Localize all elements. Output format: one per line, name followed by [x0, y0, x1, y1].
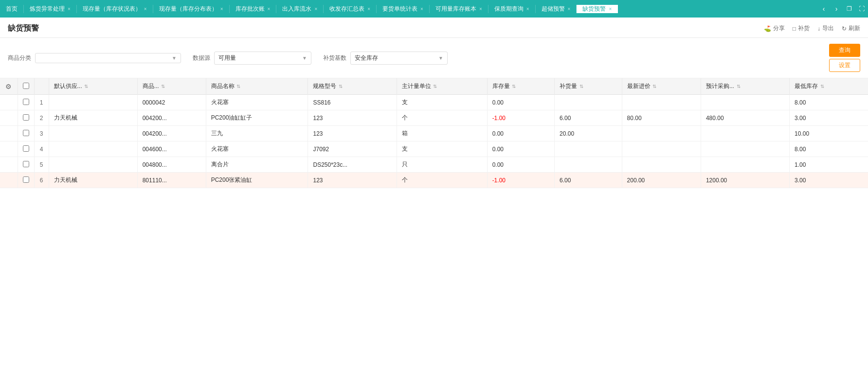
tab-close-inout[interactable]: ×	[314, 6, 317, 12]
share-btn[interactable]: ⛳ 分享	[764, 24, 785, 33]
select-all-checkbox[interactable]	[23, 83, 29, 89]
tab-shortage[interactable]: 缺货预警×	[577, 5, 618, 13]
export-icon: ↓	[817, 25, 820, 32]
stock_qty-0: 0.00	[487, 95, 554, 110]
product_name-0: 火花塞	[206, 95, 308, 110]
col-header-default_supplier[interactable]: 默认供应... ⇅	[49, 78, 137, 95]
tab-abnormal[interactable]: 炼货异常处理×	[24, 5, 77, 13]
est_purchase-5: 1200.00	[701, 173, 789, 188]
filter-category-group: 商品分类 ▼	[8, 53, 181, 63]
query-button[interactable]: 查询	[829, 44, 860, 57]
tab-inout[interactable]: 出入库流水×	[276, 5, 324, 13]
tab-close-stock-dist[interactable]: ×	[220, 6, 223, 12]
tab-close-requisition[interactable]: ×	[420, 6, 423, 12]
tab-expiry[interactable]: 保质期查询×	[488, 5, 536, 13]
row-checkbox-3[interactable]	[23, 145, 29, 152]
row-checkbox-1[interactable]	[23, 114, 29, 121]
tab-overstock[interactable]: 超储预警×	[536, 5, 577, 13]
tab-close-abnormal[interactable]: ×	[68, 6, 71, 12]
tab-label-receipt: 收发存汇总表	[329, 5, 364, 13]
col-header-stock_qty[interactable]: 库存量 ⇅	[487, 78, 554, 95]
stock_qty-3: 0.00	[487, 141, 554, 157]
sort-icon-spec: ⇅	[337, 84, 343, 89]
spec-5: 123	[308, 173, 397, 188]
min_stock-4: 1.00	[790, 157, 868, 173]
refresh-btn[interactable]: ↻ 刷新	[842, 24, 860, 33]
col-header-product_code[interactable]: 商品... ⇅	[137, 78, 206, 95]
tab-label-stock-status: 现存量（库存状况表）	[83, 5, 141, 13]
page-title: 缺货预警	[8, 23, 39, 34]
gear-icon[interactable]: ⚙	[5, 83, 12, 90]
tab-close-stock-status[interactable]: ×	[144, 6, 147, 12]
tab-close-receipt[interactable]: ×	[367, 6, 370, 12]
tab-requisition[interactable]: 要货单统计表×	[377, 5, 430, 13]
latest_price-2	[622, 126, 701, 141]
data-table: ⚙默认供应... ⇅商品... ⇅商品名称 ⇅规格型号 ⇅主计量单位 ⇅库存量 …	[0, 78, 868, 188]
restock_qty-5: 6.00	[555, 173, 622, 188]
sort-icon-min_stock: ⇅	[819, 84, 824, 89]
table-row: 5004800...离合片DS250*23c...只0.001.00	[0, 157, 868, 173]
default_supplier-1: 力天机械	[49, 110, 137, 126]
stock_qty-1: -1.00	[487, 110, 554, 126]
tab-label-requisition: 要货单统计表	[382, 5, 417, 13]
col-header-product_name[interactable]: 商品名称 ⇅	[206, 78, 308, 95]
share-label: 分享	[773, 24, 785, 33]
default_supplier-4	[49, 157, 137, 173]
tab-close-batch[interactable]: ×	[268, 6, 271, 12]
est_purchase-3	[701, 141, 789, 157]
fullscreen-btn[interactable]: ⛶	[855, 0, 868, 18]
col-header-min_stock[interactable]: 最低库存 ⇅	[790, 78, 868, 95]
tab-close-available[interactable]: ×	[479, 6, 482, 12]
refresh-icon: ↻	[842, 25, 847, 32]
tab-next-btn[interactable]: ›	[830, 0, 843, 18]
product_name-2: 三九	[206, 126, 308, 141]
category-select[interactable]: ▼	[35, 53, 181, 63]
refresh-label: 刷新	[849, 24, 860, 33]
datasource-label: 数据源	[193, 54, 210, 62]
datasource-select-value: 可用量	[218, 54, 302, 62]
tab-close-shortage[interactable]: ×	[609, 6, 612, 12]
restock-btn[interactable]: □ 补货	[793, 24, 810, 33]
restock-base-select[interactable]: 安全库存 ▼	[350, 52, 448, 65]
tab-prev-btn[interactable]: ‹	[817, 0, 830, 18]
row-checkbox-4[interactable]	[23, 161, 29, 167]
stock_qty-5: -1.00	[487, 173, 554, 188]
sort-icon-stock_qty: ⇅	[511, 84, 516, 89]
product_code-0: 0000042	[137, 95, 206, 110]
tab-receipt[interactable]: 收发存汇总表×	[324, 5, 377, 13]
export-btn[interactable]: ↓ 导出	[817, 24, 834, 33]
sort-icon-product_code: ⇅	[160, 84, 165, 89]
spec-3: J7092	[308, 141, 397, 157]
product_name-3: 火花塞	[206, 141, 308, 157]
row-checkbox-0[interactable]	[23, 99, 29, 105]
col-header-spec[interactable]: 规格型号 ⇅	[308, 78, 397, 95]
tab-close-expiry[interactable]: ×	[526, 6, 529, 12]
unit-5: 个	[397, 173, 487, 188]
product_code-5: 801110...	[137, 173, 206, 188]
setting-button[interactable]: 设置	[829, 59, 860, 72]
tab-available[interactable]: 可用量库存账本×	[430, 5, 488, 13]
sort-icon-latest_price: ⇅	[651, 84, 657, 89]
restore-btn[interactable]: ❐	[843, 0, 855, 18]
restock_qty-1: 6.00	[555, 110, 622, 126]
tab-home[interactable]: 首页	[0, 5, 24, 13]
row-num-4: 5	[34, 157, 49, 173]
col-header-restock_qty[interactable]: 补货量 ⇅	[555, 78, 622, 95]
col-header-unit[interactable]: 主计量单位 ⇅	[397, 78, 487, 95]
table-row: 3004200...三九123箱0.0020.0010.00	[0, 126, 868, 141]
tab-batch[interactable]: 库存批次账×	[230, 5, 277, 13]
tab-label-inout: 出入库流水	[282, 5, 311, 13]
datasource-select[interactable]: 可用量 ▼	[214, 52, 311, 65]
share-icon: ⛳	[764, 25, 771, 32]
col-header-latest_price[interactable]: 最新进价 ⇅	[622, 78, 701, 95]
restock-icon: □	[793, 25, 796, 32]
row-checkbox-5[interactable]	[23, 176, 29, 183]
tab-label-abnormal: 炼货异常处理	[30, 5, 65, 13]
tab-stock-dist[interactable]: 现存量（库存分布表）×	[153, 5, 230, 13]
row-checkbox-2[interactable]	[23, 130, 29, 136]
row-num-2: 3	[34, 126, 49, 141]
est_purchase-0	[701, 95, 789, 110]
col-header-est_purchase[interactable]: 预计采购... ⇅	[701, 78, 789, 95]
tab-stock-status[interactable]: 现存量（库存状况表）×	[77, 5, 153, 13]
tab-close-overstock[interactable]: ×	[568, 6, 571, 12]
